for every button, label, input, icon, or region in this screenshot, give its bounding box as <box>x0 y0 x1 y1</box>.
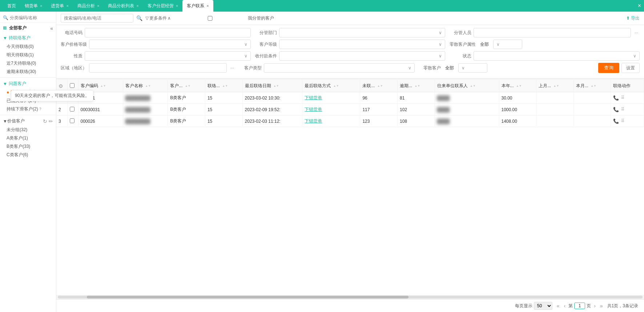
sidebar-collapse-icon[interactable]: « <box>50 25 53 31</box>
scrollbar-track <box>58 296 643 299</box>
region-input[interactable] <box>89 63 227 73</box>
sort-name-icon[interactable]: ▲▼ <box>145 84 151 88</box>
phone-action-icon[interactable]: 📞 <box>613 95 619 101</box>
sidebar-item-a-class[interactable]: A类客户(1) <box>0 134 56 142</box>
price-level-select[interactable]: ∨ <box>89 40 251 49</box>
phone-action-icon[interactable]: 📞 <box>613 107 619 112</box>
current-page[interactable]: 1 <box>574 303 585 309</box>
method-link[interactable]: 下销货单 <box>305 107 322 112</box>
cell-actions: 📞⠿ <box>611 104 644 116</box>
tab-purchase[interactable]: 进货单 × <box>47 0 73 12</box>
region-dotdot[interactable]: ··· <box>229 65 236 70</box>
sort-contact-icon[interactable]: ▲▼ <box>222 84 228 88</box>
field-phone: 电话号码 <box>61 28 251 37</box>
col-last-date-label: 最后联络日期 <box>245 83 271 88</box>
phone-input[interactable] <box>85 28 251 37</box>
method-link[interactable]: 下销货单 <box>305 95 322 100</box>
cell-type: B类客户 <box>168 116 205 127</box>
scatter-attr-select[interactable]: ∨ <box>493 40 522 49</box>
more-action-icon[interactable]: ⠿ <box>621 95 624 101</box>
tab-goods-list[interactable]: 商品分析列表 × <box>104 0 143 12</box>
scatter-customer-value: 全部 <box>443 65 456 71</box>
sidebar-item-declining[interactable]: 持续下滑客户(2) ? <box>0 105 56 113</box>
customer-type-select[interactable]: ∨ <box>264 63 415 73</box>
tab-customer-contact[interactable]: 客户联系 × <box>182 0 213 12</box>
sort-lmonth-icon[interactable]: ▲▼ <box>554 84 559 88</box>
export-button[interactable]: ⬆ 导出 <box>626 15 640 21</box>
close-purchase-icon[interactable]: × <box>66 4 68 8</box>
sort-overdue-icon[interactable]: ▲▼ <box>414 84 420 88</box>
select-all-checkbox[interactable] <box>70 83 75 88</box>
cell-type: B类客户 <box>168 104 205 116</box>
my-customers-checkbox[interactable]: 我分管的客户 <box>174 15 274 21</box>
sidebar-item-b-class[interactable]: B类客户(33) <box>0 142 56 151</box>
cell-actions: 📞⠿ <box>611 92 644 104</box>
sidebar-item-tomorrow[interactable]: 明天待联络(1) <box>0 51 56 59</box>
edit-icon[interactable]: ✏ <box>49 118 53 124</box>
sort-method-icon[interactable]: ▲▼ <box>333 84 339 88</box>
search-input[interactable] <box>61 14 133 23</box>
sidebar: 🔍 ⊞ 全部客户 « ▼ 待联络客户 今天待联络(0) 明天待联络(1) 近7天… <box>0 12 56 312</box>
nature-select[interactable]: ∨ <box>85 51 251 61</box>
my-customers-check[interactable] <box>174 16 246 21</box>
row-checkbox[interactable] <box>70 118 75 123</box>
query-button[interactable]: 查询 <box>598 63 619 73</box>
tab-purchase-label: 进货单 <box>51 3 64 9</box>
scatter-customer-select[interactable]: ∨ <box>458 63 487 73</box>
sidebar-group-value[interactable]: ▼ 价值客户 ↻ ✏ <box>0 117 56 126</box>
settings-button[interactable]: 设置 <box>621 63 640 73</box>
sidebar-item-today[interactable]: 今天待联络(0) <box>0 42 56 51</box>
close-customer-contact-icon[interactable]: × <box>206 4 209 8</box>
tab-home[interactable]: 首页 <box>3 0 20 12</box>
refresh-icon[interactable]: ↻ <box>43 118 47 124</box>
field-dept: 分管部门 ∨ <box>255 28 445 37</box>
sort-tmonth-icon[interactable]: ▲▼ <box>591 84 596 88</box>
nav-close-icon[interactable]: × <box>638 3 641 9</box>
sidebar-group-pending[interactable]: ▼ 待联络客户 <box>0 33 56 42</box>
person-select[interactable] <box>474 28 631 37</box>
sidebar-item-7days[interactable]: 近7天待联络(0) <box>0 59 56 68</box>
tab-customer-layer[interactable]: 客户分层经营 × <box>143 0 182 12</box>
more-filters-button[interactable]: ▽ 更多条件 ∧ <box>145 15 171 21</box>
dept-select[interactable]: ∨ <box>279 28 445 37</box>
first-page-button[interactable]: « <box>555 302 561 309</box>
sidebar-item-ungroup[interactable]: 未分组(32) <box>0 126 56 134</box>
sort-date-icon[interactable]: ▲▼ <box>273 84 279 88</box>
tab-goods-analysis[interactable]: 商品分析 × <box>73 0 104 12</box>
sort-unit-icon[interactable]: ▲▼ <box>470 84 476 88</box>
more-filters-label: 更多条件 <box>149 15 167 21</box>
sidebar-search-input[interactable] <box>10 15 53 20</box>
tab-sales[interactable]: 销货单 × <box>20 0 47 12</box>
close-goods-analysis-icon[interactable]: × <box>97 4 99 8</box>
status-select[interactable]: ∨ <box>474 51 640 61</box>
sidebar-item-c-class[interactable]: C类客户(6) <box>0 151 56 159</box>
sort-uncontacted-icon[interactable]: ▲▼ <box>377 84 383 88</box>
close-sales-icon[interactable]: × <box>40 4 42 8</box>
sidebar-item-overdue[interactable]: 逾期未联络(30) <box>0 68 56 76</box>
row-checkbox[interactable] <box>70 107 75 112</box>
adv-filter-row-1: 电话号码 分管部门 ∨ 分管人员 ··· <box>61 28 640 37</box>
phone-action-icon[interactable]: 📞 <box>613 118 619 124</box>
field-customer-type: 客户类型 ∨ <box>240 63 415 73</box>
sidebar-group-problem[interactable]: ▼ 问题客户 <box>0 79 56 88</box>
horizontal-scrollbar[interactable] <box>56 295 644 299</box>
prev-page-button[interactable]: ‹ <box>563 302 567 309</box>
close-customer-layer-icon[interactable]: × <box>176 4 178 8</box>
scrollbar-thumb[interactable] <box>87 296 408 299</box>
settings-gear-icon[interactable]: ⚙ <box>59 83 63 89</box>
sort-type-icon[interactable]: ▲▼ <box>185 84 191 88</box>
per-page-select[interactable]: 50 20 100 <box>534 302 552 310</box>
search-button[interactable]: 🔍 <box>136 15 142 21</box>
last-page-button[interactable]: » <box>599 302 604 309</box>
more-action-icon[interactable]: ⠿ <box>621 118 624 124</box>
close-goods-list-icon[interactable]: × <box>136 4 138 8</box>
customer-level-select[interactable]: ∨ <box>279 40 445 49</box>
sort-code-icon[interactable]: ▲▼ <box>100 84 106 88</box>
sort-year-icon[interactable]: ▲▼ <box>516 84 522 88</box>
payment-select[interactable]: ∨ <box>279 51 445 61</box>
person-dotdot[interactable]: ··· <box>633 30 640 35</box>
sidebar-all-customers[interactable]: ⊞ 全部客户 « <box>0 23 56 33</box>
next-page-button[interactable]: › <box>592 302 597 309</box>
method-link[interactable]: 下销货单 <box>305 118 322 123</box>
more-action-icon[interactable]: ⠿ <box>621 107 624 112</box>
